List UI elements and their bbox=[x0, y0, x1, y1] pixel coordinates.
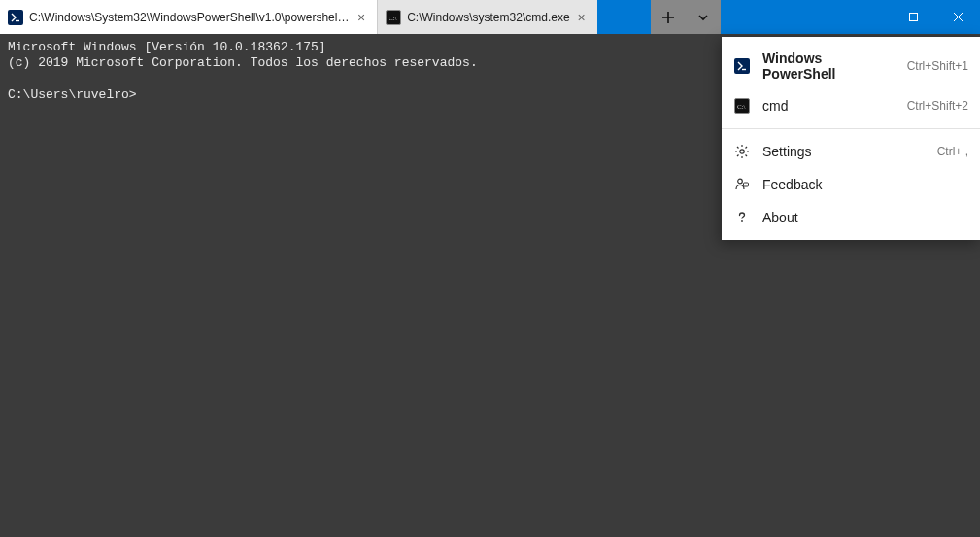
window-controls bbox=[846, 0, 980, 34]
feedback-icon bbox=[733, 176, 751, 193]
tab-dropdown-button[interactable] bbox=[686, 0, 721, 34]
minimize-button[interactable] bbox=[846, 0, 891, 34]
menu-item-feedback[interactable]: Feedback bbox=[722, 168, 980, 201]
menu-item-powershell[interactable]: Windows PowerShell Ctrl+Shift+1 bbox=[722, 43, 980, 89]
svg-rect-1 bbox=[909, 14, 917, 21]
maximize-button[interactable] bbox=[891, 0, 935, 34]
cmd-icon: C:\ bbox=[386, 10, 401, 25]
powershell-icon bbox=[733, 57, 751, 75]
close-icon[interactable]: × bbox=[355, 11, 367, 24]
tab-bar: C:\Windows\System32\WindowsPowerShell\v1… bbox=[0, 0, 597, 34]
question-icon bbox=[733, 209, 751, 226]
svg-point-4 bbox=[738, 179, 743, 184]
svg-text:C:\: C:\ bbox=[389, 15, 397, 21]
titlebar-spacer bbox=[597, 0, 651, 34]
terminal-line: (c) 2019 Microsoft Corporation. Todos lo… bbox=[8, 55, 478, 70]
close-button[interactable] bbox=[935, 0, 980, 34]
menu-item-label: Feedback bbox=[762, 177, 968, 192]
menu-item-label: cmd bbox=[762, 98, 896, 114]
titlebar-drag-area[interactable] bbox=[721, 0, 846, 34]
menu-item-shortcut: Ctrl+ , bbox=[937, 145, 968, 158]
tab-label: C:\Windows\System32\WindowsPowerShell\v1… bbox=[29, 11, 350, 24]
menu-item-shortcut: Ctrl+Shift+1 bbox=[907, 59, 968, 73]
menu-separator bbox=[722, 128, 980, 129]
svg-text:C:\: C:\ bbox=[737, 103, 746, 110]
terminal-line: Microsoft Windows [Versión 10.0.18362.17… bbox=[8, 40, 326, 54]
new-tab-button[interactable] bbox=[651, 0, 686, 34]
menu-item-label: Windows PowerShell bbox=[762, 50, 896, 82]
tab-label: C:\Windows\system32\cmd.exe bbox=[407, 11, 569, 24]
menu-item-settings[interactable]: Settings Ctrl+ , bbox=[722, 135, 980, 168]
menu-item-cmd[interactable]: C:\ cmd Ctrl+Shift+2 bbox=[722, 89, 980, 122]
menu-item-shortcut: Ctrl+Shift+2 bbox=[907, 99, 968, 113]
gear-icon bbox=[733, 143, 751, 160]
tab-powershell[interactable]: C:\Windows\System32\WindowsPowerShell\v1… bbox=[0, 0, 377, 34]
tab-cmd[interactable]: C:\ C:\Windows\system32\cmd.exe × bbox=[377, 0, 597, 34]
terminal-prompt: C:\Users\ruvelro> bbox=[8, 87, 137, 102]
titlebar: C:\Windows\System32\WindowsPowerShell\v1… bbox=[0, 0, 980, 34]
svg-rect-5 bbox=[744, 183, 749, 186]
new-tab-dropdown-menu: Windows PowerShell Ctrl+Shift+1 C:\ cmd … bbox=[722, 37, 980, 240]
close-icon[interactable]: × bbox=[576, 11, 588, 24]
menu-item-about[interactable]: About bbox=[722, 201, 980, 234]
svg-point-3 bbox=[740, 150, 744, 153]
menu-item-label: About bbox=[762, 210, 968, 225]
svg-point-6 bbox=[741, 220, 743, 222]
cmd-icon: C:\ bbox=[733, 97, 751, 115]
powershell-icon bbox=[8, 10, 23, 25]
menu-item-label: Settings bbox=[762, 144, 926, 159]
